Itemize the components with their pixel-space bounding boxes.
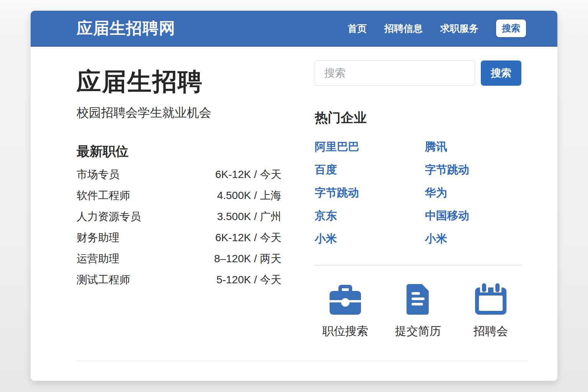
right-column: 搜索 热门企业 阿里巴巴 腾讯 百度 字节跳动 字节跳动 华为 京东 中国移动 … <box>315 47 521 338</box>
main-nav: 首页 招聘信息 求职服务 搜索 <box>348 20 526 37</box>
nav-item-job-info[interactable]: 招聘信息 <box>384 22 423 35</box>
job-salary-location: 6K-12K / 今天 <box>215 167 281 182</box>
job-row[interactable]: 运营助理 8–120K / 两天 <box>77 248 281 269</box>
job-salary-location: 4.500K / 上海 <box>217 188 281 203</box>
job-salary-location: 6K-12K / 今天 <box>215 230 281 245</box>
main-content: 应届生招聘 校园招聘会学生就业机会 最新职位 市场专员 6K-12K / 今天 … <box>31 47 557 338</box>
job-row[interactable]: 人力资源专员 3.500K / 广州 <box>77 206 281 227</box>
job-title: 财务助理 <box>77 230 119 245</box>
nav-item-home[interactable]: 首页 <box>348 22 367 35</box>
search-input[interactable] <box>315 60 475 86</box>
document-icon <box>401 283 435 316</box>
header-search-button[interactable]: 搜索 <box>496 20 526 37</box>
companies-divider <box>315 265 521 266</box>
job-salary-location: 8–120K / 两天 <box>214 252 281 266</box>
job-title: 软件工程师 <box>77 188 130 203</box>
site-logo-title: 应届生招聘网 <box>77 18 175 39</box>
feature-label: 职位搜索 <box>322 325 368 338</box>
app-header: 应届生招聘网 首页 招聘信息 求职服务 搜索 <box>31 11 557 47</box>
feature-shortcuts: 职位搜索 提交简历 <box>315 283 521 338</box>
page-title: 应届生招聘 <box>77 68 281 95</box>
feature-job-search[interactable]: 职位搜索 <box>315 283 376 338</box>
hot-companies-heading: 热门企业 <box>315 109 521 126</box>
nav-item-job-services[interactable]: 求职服务 <box>440 22 479 35</box>
company-link-bytedance-2[interactable]: 字节跳动 <box>315 186 425 199</box>
company-link-xiaomi[interactable]: 小米 <box>315 232 425 245</box>
job-title: 人力资源专员 <box>77 209 141 224</box>
company-grid: 阿里巴巴 腾讯 百度 字节跳动 字节跳动 华为 京东 中国移动 小米 小米 <box>315 140 521 245</box>
calendar-icon <box>474 283 508 316</box>
job-row[interactable]: 测试工程师 5-120K / 今天 <box>77 269 281 290</box>
search-bar: 搜索 <box>315 60 521 86</box>
feature-label: 招聘会 <box>474 325 508 338</box>
job-row[interactable]: 市场专员 6K-12K / 今天 <box>77 164 281 185</box>
footer-divider <box>77 361 528 361</box>
company-link-baidu[interactable]: 百度 <box>315 163 425 176</box>
feature-submit-resume[interactable]: 提交简历 <box>387 283 449 338</box>
job-salary-location: 3.500K / 广州 <box>217 209 281 224</box>
page-card: 应届生招聘网 首页 招聘信息 求职服务 搜索 应届生招聘 校园招聘会学生就业机会… <box>31 11 557 381</box>
company-link-jd[interactable]: 京东 <box>315 209 425 222</box>
left-column: 应届生招聘 校园招聘会学生就业机会 最新职位 市场专员 6K-12K / 今天 … <box>77 47 281 338</box>
company-link-huawei[interactable]: 华为 <box>425 186 521 199</box>
search-button[interactable]: 搜索 <box>481 60 521 86</box>
job-title: 运营助理 <box>77 252 119 266</box>
latest-jobs-heading: 最新职位 <box>77 143 281 159</box>
company-link-tencent[interactable]: 腾讯 <box>425 140 521 153</box>
feature-label: 提交简历 <box>395 325 441 338</box>
company-link-alibaba[interactable]: 阿里巴巴 <box>315 140 425 153</box>
page-subtitle: 校园招聘会学生就业机会 <box>77 105 281 120</box>
feature-job-fair[interactable]: 招聘会 <box>460 283 521 338</box>
company-link-xiaomi-2[interactable]: 小米 <box>425 232 521 245</box>
job-list: 市场专员 6K-12K / 今天 软件工程师 4.500K / 上海 人力资源专… <box>77 164 281 290</box>
briefcase-icon <box>328 283 362 316</box>
job-title: 测试工程师 <box>77 273 130 287</box>
job-row[interactable]: 软件工程师 4.500K / 上海 <box>77 185 281 206</box>
company-link-bytedance[interactable]: 字节跳动 <box>425 163 521 176</box>
job-salary-location: 5-120K / 今天 <box>216 273 281 287</box>
job-title: 市场专员 <box>77 167 119 182</box>
job-row[interactable]: 财务助理 6K-12K / 今天 <box>77 227 281 248</box>
company-link-china-mobile[interactable]: 中国移动 <box>425 209 521 222</box>
